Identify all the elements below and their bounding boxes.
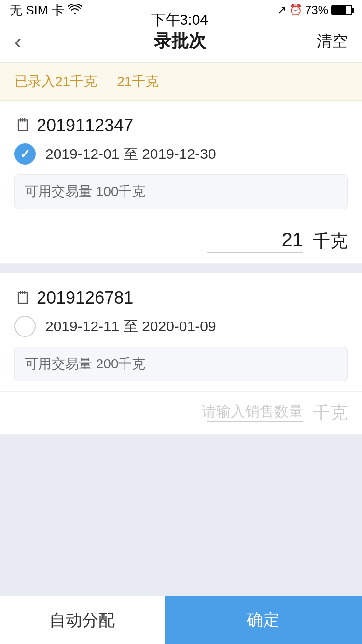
confirm-button[interactable]: 确定 xyxy=(165,596,362,644)
batch-card-2: 🗒 2019126781 2019-12-11 至 2020-01-09 可用交… xyxy=(0,273,362,434)
batch-quantity-input-2[interactable] xyxy=(158,404,303,420)
total-amount: 21千克 xyxy=(117,72,159,91)
batch-id-1: 2019112347 xyxy=(37,115,133,136)
auto-distribute-button[interactable]: 自动分配 xyxy=(0,596,165,644)
batch-date-row-1: 2019-12-01 至 2019-12-30 xyxy=(14,143,348,165)
status-right: ↗ ⏰ 73% xyxy=(278,3,352,17)
status-left: 无 SIM 卡 xyxy=(10,2,82,19)
batch-available-2: 可用交易量 200千克 xyxy=(14,347,348,381)
batch-quantity-wrapper-2 xyxy=(158,404,303,422)
batch-checkbox-1[interactable] xyxy=(14,143,36,165)
recorded-amount: 已录入21千克 xyxy=(14,72,97,91)
alarm-icon: ⏰ xyxy=(289,4,302,16)
back-button[interactable]: ‹ xyxy=(14,29,43,54)
batch-date-1: 2019-12-01 至 2019-12-30 xyxy=(45,144,216,164)
batch-quantity-row-2: 千克 xyxy=(0,391,362,434)
main-content: 已录入21千克 21千克 🗒 2019112347 2019-12-01 至 2… xyxy=(0,63,362,596)
section-separator-1 xyxy=(0,264,362,273)
batch-id-2: 2019126781 xyxy=(37,288,133,308)
batch-quantity-row-1: 21 千克 xyxy=(0,219,362,263)
info-banner: 已录入21千克 21千克 xyxy=(0,63,362,101)
batch-date-2: 2019-12-11 至 2020-01-09 xyxy=(45,317,216,336)
batch-date-row-2: 2019-12-11 至 2020-01-09 xyxy=(14,316,348,337)
carrier-text: 无 SIM 卡 xyxy=(10,2,64,19)
wifi-icon xyxy=(68,3,82,18)
bottom-bar: 自动分配 确定 xyxy=(0,596,362,644)
batch-unit-1: 千克 xyxy=(313,229,348,253)
banner-divider xyxy=(107,75,107,88)
battery-percent: 73% xyxy=(305,3,328,17)
batch-id-row-2: 🗒 2019126781 xyxy=(14,288,348,308)
batch-quantity-value-1: 21 xyxy=(282,229,304,251)
batch-available-1: 可用交易量 100千克 xyxy=(14,174,348,209)
batch-quantity-wrapper-1: 21 xyxy=(207,229,303,253)
status-bar: 无 SIM 卡 下午3:04 ↗ ⏰ 73% xyxy=(0,0,362,20)
batch-card-1: 🗒 2019112347 2019-12-01 至 2019-12-30 可用交… xyxy=(0,101,362,263)
status-time: 下午3:04 xyxy=(151,10,208,30)
batch-id-icon-1: 🗒 xyxy=(14,115,32,136)
clear-button[interactable]: 清空 xyxy=(317,31,348,52)
empty-space xyxy=(0,435,362,596)
batch-checkbox-2[interactable] xyxy=(14,316,36,337)
batch-id-row-1: 🗒 2019112347 xyxy=(14,115,348,136)
batch-id-icon-2: 🗒 xyxy=(14,288,32,308)
batch-unit-2: 千克 xyxy=(313,401,348,425)
location-icon: ↗ xyxy=(278,4,286,16)
battery-icon xyxy=(331,5,352,15)
page-title: 录批次 xyxy=(154,29,206,53)
